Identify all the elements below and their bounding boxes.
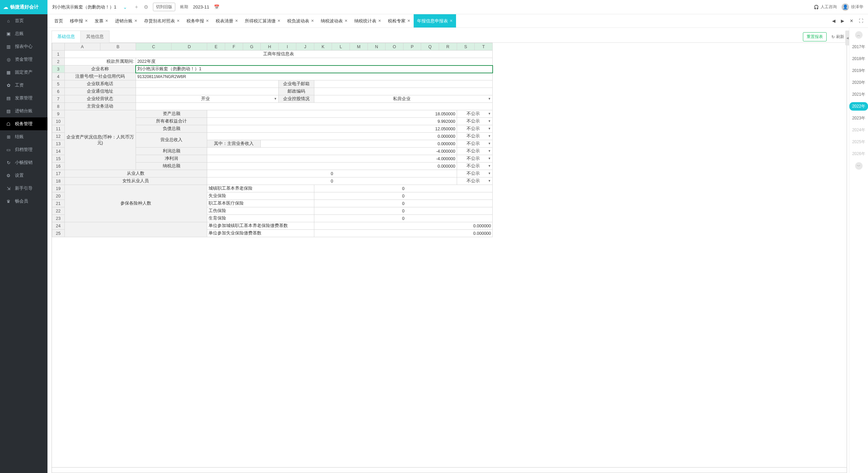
sidebar-item-进销台账[interactable]: ▧进销台账 [0,105,47,117]
fin-value[interactable]: 18.050000 [207,110,457,118]
col-header-N[interactable]: N [368,43,386,51]
sidebar-item-新手引导[interactable]: ⇲新手引导 [0,182,47,195]
row-header-19[interactable]: 19 [52,185,65,192]
tab-税表清册[interactable]: 税表清册✕ [212,14,241,27]
calendar-icon[interactable]: 📅 [214,4,219,10]
sidebar-item-工资[interactable]: ✿工资 [0,79,47,92]
fin-value[interactable]: -4.000000 [207,155,457,163]
fin-value[interactable]: 0.000000 [207,133,457,140]
tax-period-value[interactable]: 2022年度 [136,58,492,65]
close-icon[interactable]: ✕ [134,19,137,23]
year-2022年[interactable]: 2022年 [849,102,868,111]
close-icon[interactable]: ✕ [206,19,209,23]
row-header-3[interactable]: 3 [52,65,65,73]
close-icon[interactable]: ✕ [344,19,348,23]
col-header-O[interactable]: O [386,43,403,51]
year-2019年[interactable]: 2019年 [849,67,868,75]
col-header-M[interactable]: M [350,43,368,51]
tab-首页[interactable]: 首页 [51,14,66,27]
col-header-P[interactable]: P [403,43,421,51]
sidebar-item-首页[interactable]: ⌂首页 [0,14,47,27]
close-icon[interactable]: ✕ [85,19,88,23]
row-header-21[interactable]: 21 [52,200,65,207]
user-menu[interactable]: 👤 徐泽华 [842,3,863,11]
col-header-J[interactable]: J [296,43,314,51]
row-header-13[interactable]: 13 [52,140,65,148]
close-icon[interactable]: ✕ [311,19,314,23]
col-header-E[interactable]: E [207,43,225,51]
ins-value[interactable]: 0 [314,200,492,207]
company-name-cell[interactable]: 刘小艳演示账套（勿删勿动！）1 [136,65,492,73]
row-header-11[interactable]: 11 [52,125,65,133]
ins-value[interactable]: 0 [314,207,492,215]
gear-icon[interactable]: ⚙ [144,4,148,10]
close-icon[interactable]: ✕ [277,19,280,23]
tab-进销台账[interactable]: 进销台账✕ [112,14,141,27]
sidebar-item-设置[interactable]: ⚙设置 [0,169,47,182]
ins-value[interactable]: 0 [314,215,492,222]
row-header-16[interactable]: 16 [52,163,65,170]
row-header-25[interactable]: 25 [52,230,65,237]
ins-value[interactable]: 0 [314,192,492,200]
tab-存货别名对照表[interactable]: 存货别名对照表✕ [141,14,183,27]
year-2025年[interactable]: 2025年 [849,138,868,146]
publicity-dropdown[interactable]: 不公示 [457,155,492,163]
col-header-S[interactable]: S [457,43,475,51]
sidebar-item-固定资产[interactable]: ▦固定资产 [0,66,47,79]
close-icon[interactable]: ✕ [407,19,410,23]
row-header-4[interactable]: 4 [52,73,65,80]
row-header-15[interactable]: 15 [52,155,65,163]
close-icon[interactable]: ✕ [105,19,108,23]
refresh-button[interactable]: ↻ 刷新 [831,34,844,40]
sidebar-item-小畅报销[interactable]: ↻小畅报销 [0,156,47,169]
publicity-dropdown[interactable]: 不公示 [457,148,492,155]
row-header-18[interactable]: 18 [52,177,65,185]
row-header-23[interactable]: 23 [52,215,65,222]
tab-税务申报[interactable]: 税务申报✕ [183,14,212,27]
sidebar-item-畅会员[interactable]: ♛畅会员 [0,195,47,208]
col-header-C[interactable]: C [136,43,171,51]
chevron-down-icon[interactable]: ⌄ [121,4,129,10]
sidebar-item-归档管理[interactable]: ▭归档管理 [0,143,47,156]
row-header-5[interactable]: 5 [52,80,65,88]
holding-dropdown[interactable]: 私营企业 [314,95,492,103]
employees-value[interactable]: 0 [207,170,457,177]
year-2026年[interactable]: 2026年 [849,150,868,158]
publicity-dropdown[interactable]: 不公示 [457,125,492,133]
fullscreen-icon[interactable]: ⛶ [857,17,865,25]
row-header-10[interactable]: 10 [52,118,65,125]
col-header-D[interactable]: D [172,43,207,51]
close-icon[interactable]: ✕ [450,19,453,23]
row-header-24[interactable]: 24 [52,222,65,230]
spreadsheet[interactable]: ABCDEFGHIJKLMNOPQRST 1工商年报信息表2税款所属期间:202… [52,43,847,473]
col-header-T[interactable]: T [475,43,493,51]
addr-value[interactable] [136,88,278,95]
plus-icon[interactable]: ＋ [134,4,139,10]
tab-next-icon[interactable]: ▶ [840,17,846,25]
fin-value[interactable]: 12.050000 [207,125,457,133]
main-biz-value[interactable] [136,103,492,110]
year-2017年[interactable]: 2017年 [849,43,868,51]
row-header-2[interactable]: 2 [52,58,65,65]
year-2024年[interactable]: 2024年 [849,126,868,134]
col-header-H[interactable]: H [261,43,279,51]
tab-close-all-icon[interactable]: ✕ [848,17,855,25]
sidebar-item-结账[interactable]: ⊞结账 [0,130,47,143]
sidebar-item-税务管理[interactable]: ☖税务管理 [0,117,47,130]
postcode-value[interactable] [314,88,492,95]
fin-sub-value[interactable]: 0.000000 [261,140,457,148]
rail-collapse-icon[interactable]: ◀ [845,31,849,45]
period-value[interactable]: 2023-11 [193,4,209,10]
status-dropdown[interactable]: 开业 [136,95,278,103]
row-header-14[interactable]: 14 [52,148,65,155]
row-header-8[interactable]: 8 [52,103,65,110]
publicity-dropdown[interactable]: 不公示 [457,110,492,118]
row-header-20[interactable]: 20 [52,192,65,200]
year-2021年[interactable]: 2021年 [849,90,868,99]
ins-value[interactable]: 0 [314,185,492,192]
reg-no-value[interactable]: 91320811MA7NGR2W6R [136,73,492,80]
close-icon[interactable]: ✕ [235,19,238,23]
tab-年报信息申报表[interactable]: 年报信息申报表✕ [414,14,456,27]
col-header-A[interactable]: A [64,43,100,51]
publicity-dropdown[interactable]: 不公示 [457,140,492,148]
